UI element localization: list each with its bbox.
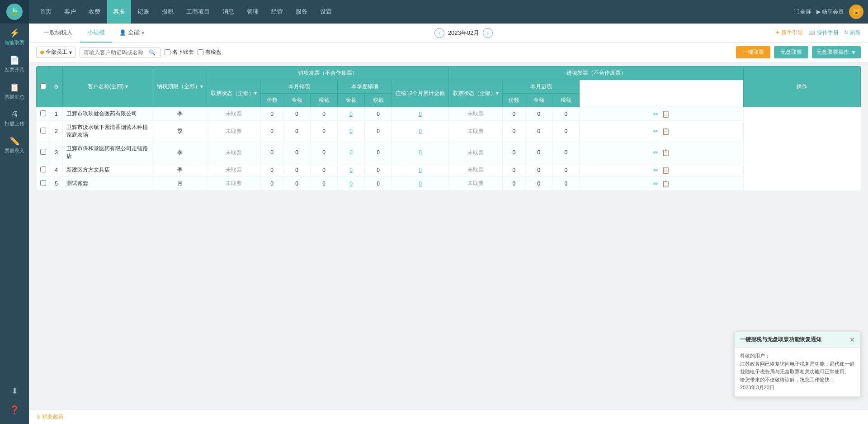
sidebar-item-help[interactable]: ❓ [0, 400, 29, 419]
tab-small[interactable]: 小规模 [80, 24, 112, 43]
detail-icon[interactable]: 📋 [662, 149, 670, 156]
tab-general[interactable]: 一般纳税人 [36, 24, 80, 43]
nav-tax[interactable]: 报税 [156, 0, 180, 24]
notification-close-button[interactable]: ✕ [849, 336, 855, 343]
dropdown-arrow-icon: ▼ [851, 49, 856, 56]
row-cancel-status: 未取票 [207, 121, 261, 142]
row-actions: ✏ 📋 [580, 177, 743, 191]
row-input-count: 0 [503, 177, 525, 191]
nav-settings[interactable]: 设置 [314, 0, 338, 24]
edit-icon[interactable]: ✏ [653, 149, 659, 156]
row-period: 季 [153, 142, 207, 163]
row-cancel-count: 0 [261, 163, 283, 177]
sidebar-item-smart-fetch[interactable]: ⚡ 智能取票 [0, 24, 29, 51]
row-input-tax: 0 [552, 177, 580, 191]
row-no: 2 [50, 121, 63, 142]
tax-disk-checkbox[interactable] [198, 49, 203, 55]
row-select-checkbox[interactable] [40, 149, 46, 155]
search-box[interactable]: 🔍 [80, 48, 161, 57]
row-client-name: 卫辉市玖玖健合医药有限公司 [63, 107, 153, 121]
no-disk-ops-button[interactable]: 无盘取票操作 ▼ [812, 46, 861, 58]
row-no: 5 [50, 177, 63, 191]
new-guide-button[interactable]: ✦ 新手引导 [775, 29, 803, 37]
row-checkbox[interactable] [37, 163, 50, 177]
nav-home[interactable]: 首页 [33, 0, 58, 24]
row-actions: ✏ 📋 [580, 121, 743, 142]
row-quarter-amount: 0 [338, 121, 365, 142]
row-month12: 0 [392, 142, 449, 163]
row-select-checkbox[interactable] [40, 180, 46, 186]
ops-manual-button[interactable]: 📖 操作手册 [808, 29, 838, 37]
th-this-quarter-cancel: 本季度销项 [338, 80, 392, 94]
detail-icon[interactable]: 📋 [662, 128, 670, 135]
select-all-checkbox[interactable] [40, 83, 46, 89]
user-avatar[interactable]: 🐱 [849, 5, 863, 19]
th-input-tax: 税额 [552, 94, 580, 107]
row-select-checkbox[interactable] [40, 110, 46, 116]
period-label: 2023年02月 [448, 29, 479, 37]
edit-icon[interactable]: ✏ [653, 128, 659, 135]
nav-bookkeeping[interactable]: 记账 [131, 0, 156, 24]
detail-icon[interactable]: 📋 [662, 110, 670, 118]
row-cancel-count: 0 [261, 107, 283, 121]
th-cancel-invoice-group: 销项发票（不合作废票） [207, 67, 449, 80]
row-cancel-tax: 0 [311, 107, 338, 121]
sidebar-item-label: 票据录入 [5, 148, 24, 154]
row-checkbox[interactable] [37, 177, 50, 191]
one-key-fetch-button[interactable]: 一键取票 [736, 46, 770, 58]
refresh-button[interactable]: ↻ 刷新 [844, 29, 861, 37]
row-quarter-tax: 0 [365, 142, 392, 163]
nav-invoice[interactable]: 票据 [107, 0, 131, 24]
checkbox-name-accounts[interactable]: 名下账套 [165, 48, 194, 56]
no-disk-fetch-button[interactable]: 无盘取票 [774, 46, 808, 58]
row-checkbox[interactable] [37, 142, 50, 163]
nav-business[interactable]: 工商项目 [180, 0, 216, 24]
checkbox-tax-disk[interactable]: 有税盘 [198, 48, 222, 56]
tab-all[interactable]: 👤 全能 ▾ [112, 24, 152, 43]
avatar-icon: 🐱 [853, 8, 860, 15]
row-checkbox[interactable] [37, 107, 50, 121]
nav-message[interactable]: 消息 [216, 0, 241, 24]
period-next-button[interactable]: › [483, 28, 493, 38]
nav-management[interactable]: 管理 [241, 0, 265, 24]
sidebar-logo: 🍃 [0, 0, 29, 24]
sidebar-item-issue-invoice[interactable]: 📄 发票开具 [0, 51, 29, 78]
period-prev-button[interactable]: ‹ [434, 28, 444, 38]
row-select-checkbox[interactable] [40, 167, 46, 172]
detail-icon[interactable]: 📋 [662, 180, 670, 187]
sidebar-item-invoice-entry[interactable]: ✏️ 票据录入 [0, 132, 29, 159]
row-input-count: 0 [503, 121, 525, 142]
row-checkbox[interactable] [37, 121, 50, 142]
detail-icon[interactable]: 📋 [662, 167, 670, 174]
th-cancel-status: 取票状态（全部）▾ [207, 80, 261, 107]
tax-policy-link[interactable]: ⊙ 税务政策 [36, 413, 64, 421]
sidebar-item-download[interactable]: ⬇ [0, 381, 29, 400]
search-input[interactable] [84, 49, 147, 56]
logo-icon[interactable]: 🍃 [6, 4, 23, 20]
filter-row: 全部员工 ▾ 🔍 名下账套 有税盘 [36, 47, 222, 58]
sidebar-item-label: 扫描上传 [5, 120, 24, 127]
sidebar-item-invoice-summary[interactable]: 📋 票据汇总 [0, 78, 29, 105]
name-accounts-checkbox[interactable] [165, 49, 170, 55]
row-quarter-amount: 0 [338, 142, 365, 163]
row-input-amount: 0 [525, 177, 552, 191]
nav-service[interactable]: 服务 [289, 0, 314, 24]
edit-icon[interactable]: ✏ [653, 167, 659, 174]
th-ops: 操作 [743, 67, 860, 107]
vip-button[interactable]: ▶ 畅享会员 [816, 8, 844, 16]
nav-client[interactable]: 客户 [58, 0, 82, 24]
nav-billing[interactable]: 收费 [82, 0, 107, 24]
search-icon: 🔍 [149, 49, 156, 56]
row-select-checkbox[interactable] [40, 128, 46, 133]
edit-icon[interactable]: ✏ [653, 110, 659, 118]
employee-filter[interactable]: 全部员工 ▾ [36, 47, 76, 58]
sidebar-item-scan-upload[interactable]: 🖨 扫描上传 [0, 105, 29, 132]
row-quarter-amount: 0 [338, 107, 365, 121]
fullscreen-toggle[interactable]: ⛶ 全屏 [793, 8, 811, 16]
row-month12: 0 [392, 107, 449, 121]
edit-icon[interactable]: ✏ [653, 180, 659, 187]
th-checkbox [37, 67, 50, 107]
nav-operation[interactable]: 经营 [265, 0, 289, 24]
sidebar-item-label: 智能取票 [5, 39, 24, 46]
row-quarter-amount: 0 [338, 177, 365, 191]
